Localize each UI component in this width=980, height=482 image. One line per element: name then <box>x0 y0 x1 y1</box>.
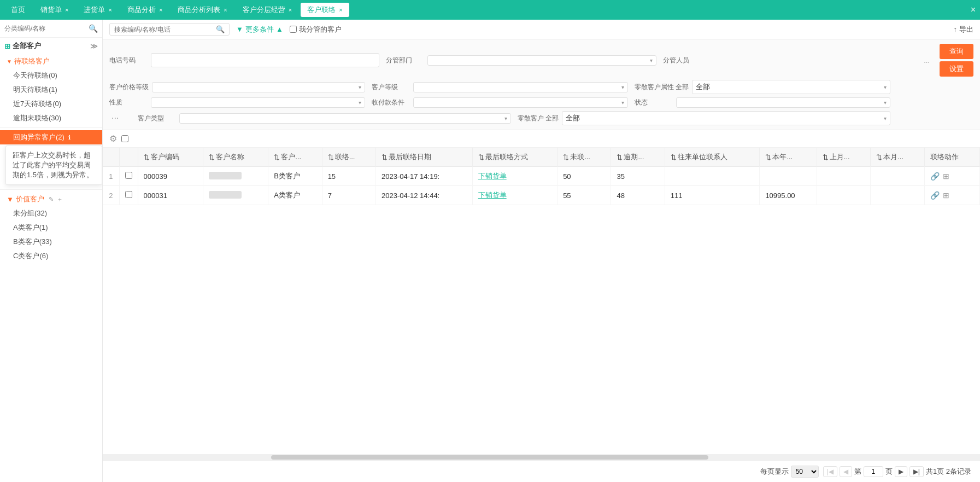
cell-last-month <box>817 167 870 186</box>
link-action-icon[interactable]: 🔗 <box>930 172 940 181</box>
cell-name <box>203 186 268 205</box>
horizontal-scrollbar[interactable] <box>103 454 980 461</box>
nav-sales-order[interactable]: 销货单 × <box>34 3 75 17</box>
filter-select-retail-attr[interactable]: 全部▾ <box>692 80 890 94</box>
nav-product-analysis-list[interactable]: 商品分析列表 × <box>171 3 233 17</box>
sidebar-item-today-pending[interactable]: 今天待联络(0) <box>0 68 102 83</box>
next-page-button[interactable]: ▶ <box>895 466 907 477</box>
sidebar-item-overdue-pending[interactable]: 逾期未联络(30) <box>0 111 102 125</box>
sort-icon[interactable]: ⇅ <box>876 153 882 161</box>
filter-select-price-level[interactable]: ▾ <box>152 82 365 92</box>
sort-icon[interactable]: ⇅ <box>274 153 280 161</box>
close-all-tabs-button[interactable]: × <box>971 5 976 15</box>
sidebar-item-tomorrow-pending[interactable]: 明天待联络(1) <box>0 83 102 97</box>
collapse-button[interactable]: ≫ <box>90 42 98 50</box>
page-number-input[interactable] <box>864 466 883 477</box>
filter-field-payment: 收付款条件 ▾ <box>372 97 627 108</box>
sidebar-item-ungrouped[interactable]: 未分组(32) <box>0 206 102 220</box>
col-contacts: ⇅往来单位联系人 <box>665 148 760 167</box>
cell-this-year <box>760 167 817 186</box>
sidebar-item-class-a[interactable]: A类客户(1) <box>0 220 102 235</box>
sort-icon[interactable]: ⇅ <box>144 153 150 161</box>
filter-select-manager[interactable]: ... <box>705 55 933 66</box>
cell-last-method: 下销货单 <box>472 186 557 205</box>
filter-row-1: 电话号码 分管部门 ▾ 分管人员 ... 查询 设置 <box>109 44 973 77</box>
filter-select-retail-customer[interactable]: 全部▾ <box>562 111 890 125</box>
table-row: 2 000031 A类客户 7 2023-04-12 14:44: 下销货单 5… <box>103 186 980 205</box>
filter-label-payment: 收付款条件 <box>372 98 410 107</box>
more-dots-icon[interactable]: ··· <box>109 113 121 123</box>
sort-icon[interactable]: ⇅ <box>209 153 215 161</box>
last-method-link[interactable]: 下销货单 <box>478 191 507 199</box>
filter-field-customer-type: 客户类型 ▾ <box>138 113 511 124</box>
sort-icon[interactable]: ⇅ <box>382 153 388 161</box>
select-all-checkbox[interactable] <box>121 135 128 142</box>
sort-icon[interactable]: ⇅ <box>617 153 623 161</box>
prev-page-button[interactable]: ◀ <box>840 466 852 477</box>
nav-customer-tiered[interactable]: 客户分层经营 × <box>236 3 298 17</box>
close-icon[interactable]: × <box>65 7 68 13</box>
search-input[interactable] <box>114 26 214 33</box>
settings-button[interactable]: 设置 <box>940 61 973 77</box>
cell-this-month <box>871 167 924 186</box>
sidebar-pending-group[interactable]: ▼ 待联络客户 <box>0 54 102 68</box>
close-icon[interactable]: × <box>108 7 112 13</box>
filter-select-customer-level[interactable]: ▾ <box>413 82 627 92</box>
nav-product-analysis[interactable]: 商品分析 × <box>121 3 169 17</box>
sort-icon[interactable]: ⇅ <box>478 153 484 161</box>
sort-icon[interactable]: ⇅ <box>823 153 829 161</box>
grid-action-icon[interactable]: ⊞ <box>943 172 949 181</box>
sort-icon[interactable]: ⇅ <box>563 153 569 161</box>
nav-customer-contact[interactable]: 客户联络 × <box>301 3 349 17</box>
sidebar-value-group[interactable]: ▼ 价值客户 ✎ ＋ <box>0 192 102 206</box>
sidebar-item-class-b[interactable]: B类客户(33) <box>0 235 102 249</box>
filter-input-phone[interactable] <box>151 53 379 67</box>
row-checkbox[interactable] <box>125 191 132 198</box>
row-checkbox-cell <box>119 186 138 205</box>
cell-last-date: 2023-04-12 14:44: <box>375 186 472 205</box>
grid-action-icon[interactable]: ⊞ <box>943 191 949 200</box>
filter-label-nature: 性质 <box>109 98 148 107</box>
nav-home[interactable]: 首页 <box>4 3 32 17</box>
edit-icon[interactable]: ✎ <box>49 196 54 203</box>
export-button[interactable]: ↑ 导出 <box>954 25 974 34</box>
chevron-down-icon: ▾ <box>884 115 887 121</box>
main-layout: 🔍 ⊞ 全部客户 ≫ ▼ 待联络客户 今天待联络(0) 明天待联络(1) 近7天… <box>0 20 980 482</box>
sort-icon[interactable]: ⇅ <box>328 153 334 161</box>
cell-overdue: 48 <box>611 186 665 205</box>
filter-select-dept[interactable]: ▾ <box>427 55 656 66</box>
cell-overdue: 35 <box>611 167 665 186</box>
col-last-month: ⇅上月... <box>817 148 870 167</box>
filter-select-customer-type[interactable]: ▾ <box>179 113 511 124</box>
link-action-icon[interactable]: 🔗 <box>930 191 940 200</box>
row-checkbox[interactable] <box>125 172 132 179</box>
filter-select-status[interactable]: ▾ <box>676 97 890 108</box>
close-icon[interactable]: × <box>339 7 342 13</box>
nav-purchase-order[interactable]: 进货单 × <box>77 3 118 17</box>
close-icon[interactable]: × <box>159 7 162 13</box>
sort-icon[interactable]: ⇅ <box>671 153 677 161</box>
per-page-select[interactable]: 50 20 100 <box>791 466 819 478</box>
col-overdue: ⇅逾期... <box>611 148 665 167</box>
close-icon[interactable]: × <box>224 7 227 13</box>
sidebar-search-input[interactable] <box>4 25 86 32</box>
sidebar-item-repurchase-anomaly[interactable]: 回购异常客户(2) ℹ <box>0 130 102 144</box>
filter-select-nature[interactable]: ▾ <box>151 97 365 108</box>
filter-select-payment[interactable]: ▾ <box>413 97 627 108</box>
sidebar-item-7days-pending[interactable]: 近7天待联络(0) <box>0 97 102 111</box>
sort-icon[interactable]: ⇅ <box>765 153 771 161</box>
filter-label-dept: 分管部门 <box>386 56 424 65</box>
sidebar-item-class-c[interactable]: C类客户(6) <box>0 249 102 263</box>
my-customers-checkbox[interactable]: 我分管的客户 <box>290 25 342 34</box>
first-page-button[interactable]: |◀ <box>823 466 837 477</box>
plus-icon[interactable]: ＋ <box>57 195 63 204</box>
last-page-button[interactable]: ▶| <box>909 466 924 477</box>
more-conditions-button[interactable]: ▼ 更多条件 ▲ <box>236 25 283 34</box>
last-method-link[interactable]: 下销货单 <box>478 172 507 180</box>
query-button[interactable]: 查询 <box>940 44 973 59</box>
close-icon[interactable]: × <box>289 7 292 13</box>
my-customers-check[interactable] <box>290 26 297 33</box>
scroll-thumb[interactable] <box>271 455 708 460</box>
settings-cog-icon[interactable]: ⚙ <box>109 133 117 144</box>
cell-this-year: 10995.00 <box>760 186 817 205</box>
